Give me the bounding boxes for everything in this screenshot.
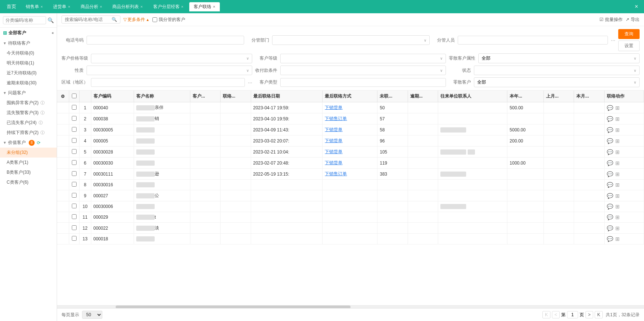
customer-level-select[interactable]: ∨: [280, 54, 446, 63]
next-page-btn[interactable]: >: [585, 311, 593, 318]
more-action-icon[interactable]: ⊞: [615, 127, 620, 133]
col-last-date[interactable]: 最后联络日期: [251, 91, 323, 102]
row-checkbox[interactable]: [72, 214, 77, 219]
sidebar-item-churn-warning[interactable]: 流失预警客户(3) ⓘ: [0, 108, 57, 118]
contact-icon[interactable]: 💬: [607, 171, 613, 177]
pay-terms-select[interactable]: ∨: [280, 66, 446, 75]
sidebar-item-lost[interactable]: 已流失客户(24) ⓘ: [0, 118, 57, 128]
row-checkbox[interactable]: [72, 236, 77, 241]
phone-input[interactable]: [87, 36, 244, 45]
prev-page-btn[interactable]: <: [552, 311, 560, 318]
retail-customer-select[interactable]: 全部 ∨: [474, 77, 640, 87]
col-last-month[interactable]: 上月...: [544, 91, 574, 102]
col-type[interactable]: 客户...: [190, 91, 220, 102]
close-icon[interactable]: ×: [100, 4, 102, 9]
close-icon[interactable]: ×: [213, 4, 215, 9]
horizontal-scrollbar[interactable]: [57, 305, 644, 308]
my-customers-check[interactable]: [152, 17, 157, 22]
col-settings[interactable]: ⚙: [57, 91, 69, 102]
sidebar-item-class-a[interactable]: A类客户(1): [0, 158, 57, 167]
retail-attr-select[interactable]: 全部 ∨: [478, 53, 640, 63]
sidebar-item-class-b[interactable]: B类客户(33): [0, 167, 57, 177]
row-checkbox[interactable]: [72, 105, 77, 110]
contact-method-link[interactable]: 下销货单: [325, 127, 342, 132]
more-action-icon[interactable]: ⊞: [615, 138, 620, 144]
contact-method-link[interactable]: 下销货单: [325, 105, 342, 110]
nav-tab-customer-contact[interactable]: 客户联络 ×: [189, 2, 219, 11]
col-last-method[interactable]: 最后联络方式: [323, 91, 377, 102]
nav-tab-sales[interactable]: 销售单 ×: [21, 2, 47, 11]
contact-icon[interactable]: 💬: [607, 236, 613, 242]
more-icon[interactable]: ···: [611, 37, 615, 43]
sidebar-item-hoard-abnormal[interactable]: 囤购异常客户(2) ⓘ: [0, 98, 57, 108]
row-checkbox[interactable]: [72, 182, 77, 187]
more-action-icon[interactable]: ⊞: [615, 193, 620, 199]
filter-search-input[interactable]: [65, 17, 110, 22]
nav-tab-analysis-list[interactable]: 商品分析列表 ×: [108, 2, 147, 11]
filter-search-icon[interactable]: 🔍: [112, 17, 117, 22]
close-icon[interactable]: ×: [181, 4, 183, 9]
more-action-icon[interactable]: ⊞: [615, 105, 620, 111]
property-select[interactable]: ∨: [87, 66, 252, 75]
sidebar-all-customers[interactable]: ⊞ 全部客户 «: [0, 28, 57, 38]
close-icon[interactable]: ×: [68, 4, 70, 9]
contact-icon[interactable]: 💬: [607, 193, 613, 199]
nav-tab-analysis[interactable]: 商品分析 ×: [76, 2, 106, 11]
sidebar-item-ungrouped[interactable]: 未分组(32): [0, 148, 57, 158]
contact-icon[interactable]: 💬: [607, 127, 613, 133]
sidebar-item-today[interactable]: 今天待联络(0): [0, 48, 57, 58]
sidebar-problem-group[interactable]: ▼ 问题客户: [0, 88, 57, 98]
refresh-icon[interactable]: ⟳: [37, 140, 41, 145]
sidebar-item-overdue[interactable]: 逾期未联络(30): [0, 78, 57, 88]
sidebar-item-tomorrow[interactable]: 明天待联络(1): [0, 58, 57, 68]
more-action-icon[interactable]: ⊞: [615, 182, 620, 188]
query-btn[interactable]: 查询: [618, 29, 640, 39]
page-size-select[interactable]: 50 100 200: [82, 311, 102, 319]
row-checkbox[interactable]: [72, 138, 77, 143]
my-customers-checkbox[interactable]: 我分管的客户: [152, 17, 185, 23]
select-all-checkbox[interactable]: [72, 94, 77, 98]
batch-op-btn[interactable]: ☑ 批量操作: [599, 17, 623, 23]
more-action-icon[interactable]: ⊞: [615, 214, 620, 220]
contact-icon[interactable]: 💬: [607, 149, 613, 155]
contact-icon[interactable]: 💬: [607, 214, 613, 220]
more-icon[interactable]: ···: [248, 80, 252, 85]
row-checkbox[interactable]: [72, 160, 77, 165]
reset-btn[interactable]: 设置: [618, 40, 640, 51]
nav-home[interactable]: 首页: [3, 2, 20, 11]
more-action-icon[interactable]: ⊞: [615, 149, 620, 155]
col-this-month[interactable]: 本月...: [574, 91, 604, 102]
more-action-icon[interactable]: ⊞: [615, 236, 620, 242]
contact-icon[interactable]: 💬: [607, 204, 613, 209]
sidebar-item-declining[interactable]: 持续下滑客户(2) ⓘ: [0, 128, 57, 138]
page-input[interactable]: [567, 311, 578, 318]
contact-method-link[interactable]: 下销货单: [325, 160, 342, 165]
row-checkbox[interactable]: [72, 171, 77, 176]
last-page-btn[interactable]: K: [595, 311, 603, 318]
more-action-icon[interactable]: ⊞: [615, 204, 620, 209]
col-overdue[interactable]: 逾期...: [408, 91, 438, 102]
row-checkbox[interactable]: [72, 149, 77, 154]
nav-tab-customer-layer[interactable]: 客户分层经客 ×: [149, 2, 188, 11]
close-icon[interactable]: ×: [140, 4, 142, 9]
contact-icon[interactable]: 💬: [607, 105, 613, 111]
contact-icon[interactable]: 💬: [607, 116, 613, 122]
col-this-year[interactable]: 本年...: [507, 91, 544, 102]
contact-icon[interactable]: 💬: [607, 160, 613, 166]
more-action-icon[interactable]: ⊞: [615, 171, 620, 177]
contact-method-link[interactable]: 下销售订单: [325, 116, 347, 121]
contact-method-link[interactable]: 下销货单: [325, 149, 342, 154]
row-checkbox[interactable]: [72, 225, 77, 230]
more-conditions-btn[interactable]: ▽ 更多条件 ▲: [123, 17, 149, 23]
more-action-icon[interactable]: ⊞: [615, 116, 620, 122]
col-inter-unit[interactable]: 往来单位联系人: [438, 91, 507, 102]
contact-icon[interactable]: 💬: [607, 182, 613, 188]
price-level-select[interactable]: ∨: [91, 54, 252, 63]
first-page-btn[interactable]: K: [542, 311, 550, 318]
close-icon[interactable]: ×: [41, 4, 43, 9]
row-checkbox[interactable]: [72, 127, 77, 132]
sidebar-pending-group[interactable]: ▼ 待联络客户: [0, 38, 57, 48]
row-checkbox[interactable]: [72, 193, 77, 198]
status-select[interactable]: ∨: [474, 66, 640, 75]
col-no-contact[interactable]: 未联...: [377, 91, 408, 102]
